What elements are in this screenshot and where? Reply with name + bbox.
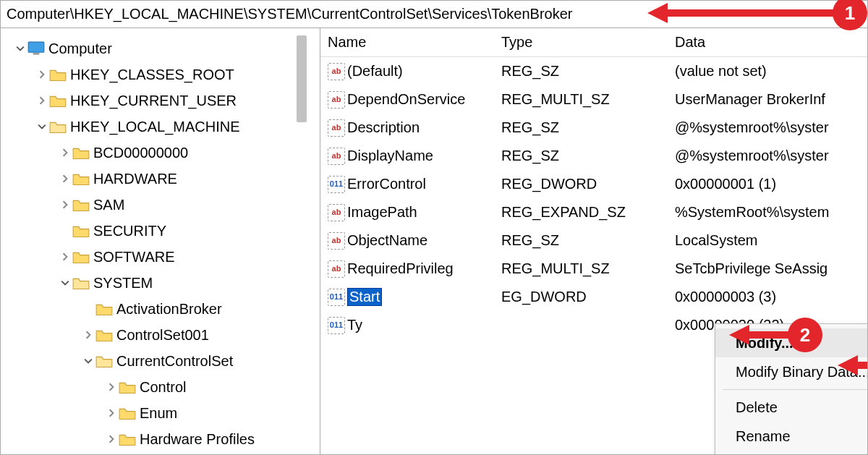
- chevron-right-icon[interactable]: [105, 433, 118, 446]
- chevron-right-icon[interactable]: [82, 328, 95, 341]
- tree-scrollbar[interactable]: [297, 35, 307, 122]
- chevron-right-icon[interactable]: [59, 146, 72, 159]
- tree-node-hkcu[interactable]: HKEY_CURRENT_USER: [1, 88, 320, 114]
- value-row[interactable]: abObjectNameREG_SZLocalSystem: [320, 226, 867, 255]
- string-icon: ab: [328, 63, 345, 80]
- ctx-delete[interactable]: Delete: [715, 393, 867, 422]
- tree-node-system[interactable]: SYSTEM: [1, 270, 320, 296]
- tree-label: HKEY_CLASSES_ROOT: [70, 67, 234, 83]
- string-icon: ab: [328, 148, 345, 165]
- tree-label: BCD00000000: [93, 145, 188, 161]
- chevron-down-icon[interactable]: [59, 276, 72, 289]
- address-bar[interactable]: 1: [1, 1, 867, 28]
- folder-icon: [72, 249, 90, 265]
- tree-label: Hardware Profiles: [140, 431, 255, 448]
- tree-label: SYSTEM: [93, 275, 153, 292]
- string-icon: ab: [328, 119, 345, 137]
- string-icon: ab: [328, 232, 345, 250]
- tree-node-cs001[interactable]: ControlSet001: [1, 322, 320, 348]
- tree-label: ActivationBroker: [116, 301, 222, 318]
- value-name: ImagePath: [347, 204, 417, 221]
- tree-pane[interactable]: Computer HKEY_CLASSES_ROOT HKEY_CURRENT_…: [1, 28, 320, 454]
- value-name: DisplayName: [347, 148, 433, 164]
- callout-1: 1: [647, 0, 867, 30]
- value-data: 0x00000001 (1): [668, 176, 867, 192]
- tree-label: HARDWARE: [93, 171, 177, 187]
- chevron-right-icon[interactable]: [105, 407, 118, 420]
- tree-label: SAM: [93, 197, 124, 213]
- tree-label: Enum: [140, 405, 177, 422]
- tree-node-computer[interactable]: Computer: [1, 35, 320, 61]
- value-row[interactable]: abImagePathREG_EXPAND_SZ%SystemRoot%\sys…: [320, 198, 867, 226]
- value-data: SeTcbPrivilege SeAssig: [668, 260, 867, 277]
- chevron-down-icon[interactable]: [35, 120, 48, 133]
- value-row[interactable]: abRequiredPrivilegREG_MULTI_SZSeTcbPrivi…: [320, 255, 867, 283]
- col-type[interactable]: Type: [494, 34, 668, 51]
- tree-node-software[interactable]: SOFTWARE: [1, 244, 320, 270]
- svg-rect-1: [33, 53, 40, 54]
- tree-node-control[interactable]: Control: [1, 374, 320, 400]
- value-name: ErrorControl: [347, 176, 426, 192]
- value-data: @%systemroot%\syster: [668, 148, 867, 164]
- value-row[interactable]: ab(Default)REG_SZ(value not set): [320, 57, 867, 85]
- value-type: REG_MULTI_SZ: [494, 91, 668, 108]
- folder-icon: [72, 145, 90, 161]
- list-header[interactable]: Name Type Data: [320, 28, 867, 57]
- tree-node-security[interactable]: SECURITY: [1, 218, 320, 244]
- folder-icon: [48, 67, 67, 82]
- dword-icon: 011: [328, 317, 345, 334]
- value-name: Description: [347, 119, 420, 136]
- dword-icon: 011: [328, 289, 345, 306]
- chevron-right-icon[interactable]: [59, 172, 72, 185]
- value-name: Start: [347, 288, 382, 306]
- value-row[interactable]: 011StartEG_DWORD0x00000003 (3): [320, 283, 867, 311]
- value-name: (Default): [347, 63, 403, 80]
- chevron-right-icon[interactable]: [59, 198, 72, 211]
- tree-node-hkcr[interactable]: HKEY_CLASSES_ROOT: [1, 61, 320, 88]
- value-data: (value not set): [668, 63, 867, 80]
- tree-node-hwprof[interactable]: Hardware Profiles: [1, 426, 320, 452]
- tree-node-activation[interactable]: ActivationBroker: [1, 296, 320, 322]
- dword-icon: 011: [328, 176, 345, 193]
- value-name: ObjectName: [347, 232, 427, 249]
- tree-node-sam[interactable]: SAM: [1, 192, 320, 218]
- col-data[interactable]: Data: [668, 34, 867, 51]
- tree-label: HKEY_LOCAL_MACHINE: [70, 119, 240, 135]
- tree-node-enum[interactable]: Enum: [1, 400, 320, 426]
- tree-node-hardware[interactable]: HARDWARE: [1, 166, 320, 192]
- chevron-down-icon[interactable]: [82, 354, 95, 367]
- string-icon: ab: [328, 260, 345, 278]
- values-pane[interactable]: Name Type Data ab(Default)REG_SZ(value n…: [320, 28, 867, 454]
- folder-icon: [72, 171, 90, 187]
- value-row[interactable]: abDependOnServiceREG_MULTI_SZUserManager…: [320, 85, 867, 114]
- value-name: RequiredPrivileg: [347, 260, 454, 277]
- value-type: REG_EXPAND_SZ: [494, 204, 668, 221]
- folder-icon: [95, 301, 114, 317]
- value-type: REG_MULTI_SZ: [494, 260, 668, 277]
- tree-label: CurrentControlSet: [116, 353, 233, 370]
- chevron-right-icon[interactable]: [105, 380, 118, 394]
- chevron-down-icon[interactable]: [14, 42, 27, 55]
- folder-icon: [118, 431, 137, 447]
- value-row[interactable]: abDescriptionREG_SZ@%systemroot%\syster: [320, 114, 867, 142]
- tree-node-ccs[interactable]: CurrentControlSet: [1, 348, 320, 374]
- value-type: REG_SZ: [494, 232, 668, 249]
- chevron-right-icon[interactable]: [35, 94, 48, 107]
- chevron-right-icon[interactable]: [59, 250, 72, 263]
- value-row[interactable]: abDisplayNameREG_SZ@%systemroot%\syster: [320, 142, 867, 170]
- ctx-rename[interactable]: Rename: [715, 422, 867, 451]
- col-name[interactable]: Name: [320, 34, 494, 51]
- tree-node-bcd[interactable]: BCD00000000: [1, 140, 320, 166]
- tree-label: Computer: [48, 41, 112, 57]
- tree-label: ControlSet001: [116, 327, 209, 344]
- callout-3: 3: [838, 348, 867, 383]
- value-type: REG_SZ: [494, 148, 668, 164]
- folder-open-icon: [72, 275, 90, 291]
- value-data: @%systemroot%\syster: [668, 119, 867, 136]
- chevron-right-icon[interactable]: [35, 68, 48, 81]
- tree-node-hklm[interactable]: HKEY_LOCAL_MACHINE: [1, 114, 320, 140]
- tree-label: SOFTWARE: [93, 249, 175, 265]
- value-row[interactable]: 011ErrorControlREG_DWORD0x00000001 (1): [320, 170, 867, 198]
- folder-icon: [95, 327, 114, 343]
- folder-icon: [72, 223, 90, 239]
